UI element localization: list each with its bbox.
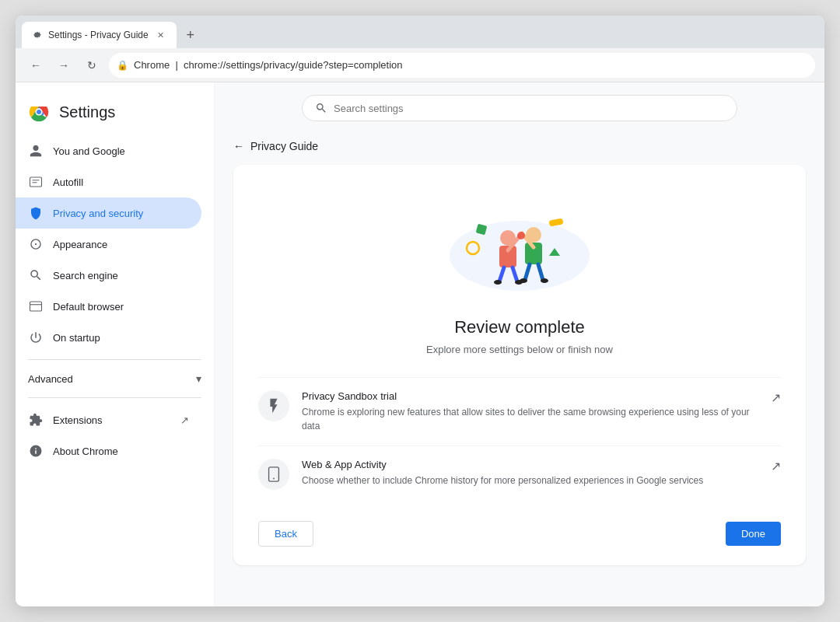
extensions-icon: [28, 412, 44, 428]
svg-rect-7: [30, 302, 42, 311]
sidebar-item-appearance[interactable]: Appearance: [16, 229, 201, 260]
setting-item-web-app-activity: Web & App Activity Choose whether to inc…: [258, 446, 781, 502]
svg-point-27: [541, 278, 548, 283]
web-app-link-icon[interactable]: ↗: [771, 459, 781, 473]
done-button[interactable]: Done: [726, 522, 781, 546]
sidebar-item-search-engine[interactable]: Search engine: [16, 260, 201, 291]
svg-rect-4: [30, 177, 42, 187]
sidebar-item-default-browser[interactable]: Default browser: [16, 291, 201, 322]
content-area: ← Privacy Guide: [215, 82, 824, 606]
svg-point-28: [517, 232, 525, 239]
sidebar-item-privacy-and-security[interactable]: Privacy and security: [16, 197, 201, 229]
sidebar-label-privacy: Privacy and security: [53, 208, 143, 219]
svg-point-30: [273, 478, 275, 480]
shield-icon: [28, 205, 44, 221]
url-container: 🔒: [109, 53, 815, 78]
search-input[interactable]: [334, 103, 724, 114]
forward-button[interactable]: →: [53, 54, 75, 76]
sidebar-item-advanced[interactable]: Advanced ▾: [16, 366, 214, 391]
svg-point-26: [520, 278, 527, 283]
web-app-title: Web & App Activity: [302, 459, 758, 470]
sidebar-divider: [28, 359, 201, 360]
search-bar-container: [215, 82, 824, 134]
tab-bar: Settings - Privacy Guide ✕ +: [16, 16, 824, 48]
sidebar: Settings You and Google Autofill Privacy…: [16, 82, 215, 606]
privacy-sandbox-icon: [258, 390, 289, 421]
privacy-sandbox-desc: Chrome is exploring new features that al…: [302, 405, 758, 433]
lock-icon: 🔒: [117, 60, 128, 71]
svg-rect-29: [269, 467, 279, 481]
about-icon: [28, 443, 44, 459]
search-bar-icon: [315, 102, 327, 114]
search-bar[interactable]: [302, 95, 737, 121]
content-body: ← Privacy Guide: [215, 134, 824, 584]
illustration-area: [258, 190, 781, 299]
setting-item-privacy-sandbox: Privacy Sandbox trial Chrome is explorin…: [258, 377, 781, 446]
back-arrow-icon: ←: [233, 140, 244, 152]
browser-icon: [28, 299, 44, 314]
sidebar-item-about-chrome[interactable]: About Chrome: [16, 435, 201, 466]
sidebar-label-autofill: Autofill: [53, 176, 83, 188]
sidebar-label-on-startup: On startup: [53, 332, 100, 344]
svg-point-3: [37, 110, 41, 114]
sidebar-divider-2: [28, 397, 201, 398]
setting-text-privacy-sandbox: Privacy Sandbox trial Chrome is explorin…: [302, 390, 758, 433]
active-tab[interactable]: Settings - Privacy Guide ✕: [22, 22, 177, 48]
advanced-chevron-icon: ▾: [196, 372, 201, 385]
review-title: Review complete: [258, 317, 781, 337]
autofill-icon: [28, 174, 44, 190]
advanced-label: Advanced: [28, 373, 73, 385]
new-tab-button[interactable]: +: [180, 24, 201, 46]
back-nav-label: Privacy Guide: [250, 140, 318, 152]
sidebar-label-search-engine: Search engine: [53, 270, 118, 281]
back-button[interactable]: Back: [258, 521, 313, 547]
browser-window: Settings - Privacy Guide ✕ + ← → ↻ 🔒: [16, 16, 824, 606]
privacy-sandbox-link-icon[interactable]: ↗: [771, 390, 781, 405]
setting-text-web-app: Web & App Activity Choose whether to inc…: [302, 459, 758, 487]
chrome-logo: [28, 101, 50, 123]
tab-title: Settings - Privacy Guide: [48, 30, 149, 40]
appearance-icon: [28, 236, 44, 252]
address-bar: ← → ↻ 🔒: [16, 48, 824, 82]
sidebar-header: Settings: [16, 95, 214, 135]
person-icon: [28, 143, 44, 159]
search-icon: [28, 267, 44, 283]
sidebar-label-default-browser: Default browser: [53, 301, 124, 313]
sidebar-label-about-chrome: About Chrome: [53, 446, 118, 457]
startup-icon: [28, 330, 44, 345]
sidebar-item-you-and-google[interactable]: You and Google: [16, 135, 201, 166]
main-card: Review complete Explore more settings be…: [233, 165, 806, 565]
tab-close-button[interactable]: ✕: [155, 29, 167, 41]
web-app-desc: Choose whether to include Chrome history…: [302, 473, 758, 487]
review-complete-illustration: [434, 190, 605, 299]
review-subtitle: Explore more settings below or finish no…: [258, 344, 781, 355]
sidebar-item-on-startup[interactable]: On startup: [16, 322, 201, 353]
reload-button[interactable]: ↻: [81, 54, 103, 76]
svg-rect-11: [548, 218, 563, 226]
card-footer: Back Done: [258, 518, 781, 547]
sidebar-item-autofill[interactable]: Autofill: [16, 166, 201, 197]
back-button[interactable]: ←: [25, 54, 47, 76]
web-app-activity-icon: [258, 459, 289, 490]
sidebar-label-appearance: Appearance: [53, 239, 107, 250]
privacy-sandbox-title: Privacy Sandbox trial: [302, 390, 758, 402]
svg-point-19: [494, 280, 502, 285]
tab-favicon: [31, 30, 42, 40]
url-bar[interactable]: [109, 53, 815, 78]
sidebar-item-extensions[interactable]: Extensions ↗: [16, 404, 201, 435]
back-navigation[interactable]: ← Privacy Guide: [233, 140, 806, 152]
sidebar-title: Settings: [59, 103, 115, 121]
sidebar-label-extensions: Extensions: [53, 414, 103, 426]
sidebar-label-you-and-google: You and Google: [53, 145, 125, 157]
extensions-external-link-icon: ↗: [180, 414, 189, 426]
main-layout: Settings You and Google Autofill Privacy…: [16, 82, 824, 606]
